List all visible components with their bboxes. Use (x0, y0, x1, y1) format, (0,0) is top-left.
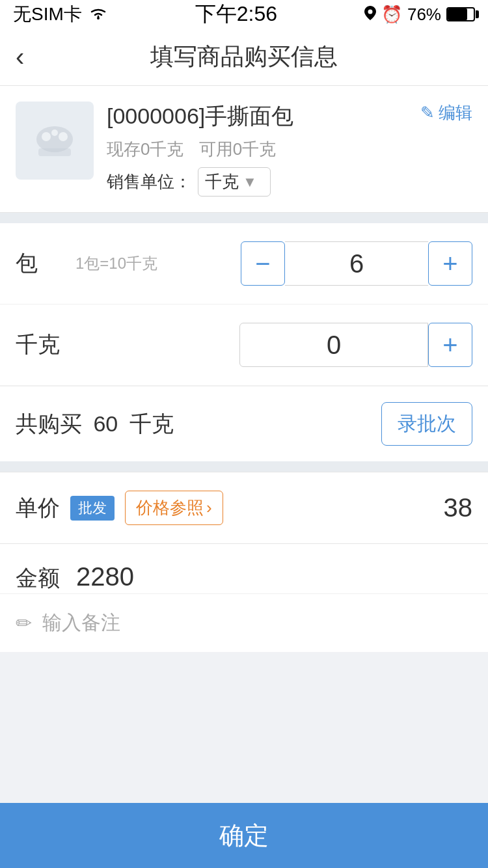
product-stock: 现存0千克 可用0千克 (107, 138, 472, 161)
amount-value: 2280 (76, 562, 134, 591)
bao-label: 包 (16, 249, 68, 278)
back-button[interactable]: ‹ (16, 42, 24, 72)
nav-bar: ‹ 填写商品购买信息 (0, 29, 488, 86)
unit-selector[interactable]: 千克 ▼ (198, 167, 271, 197)
chevron-right-icon: › (206, 498, 212, 518)
available-label: 可用0千克 (199, 139, 276, 159)
bao-input-section: 包 1包=10千克 − + 千克 + 共购买 60 千克 录批次 (0, 223, 488, 461)
svg-point-5 (51, 129, 58, 136)
svg-rect-6 (38, 148, 71, 156)
svg-point-4 (59, 132, 68, 141)
svg-point-1 (368, 9, 372, 14)
nav-title: 填写商品购买信息 (150, 41, 338, 73)
bao-controls: − + (241, 241, 472, 286)
status-right: ⏰ 76% (364, 5, 475, 25)
amount-label: 金额 (16, 565, 60, 590)
price-label: 单价 (16, 493, 60, 523)
price-section: 单价 批发 价格参照 › 38 (0, 472, 488, 543)
kg-label: 千克 (16, 330, 68, 360)
confirm-button[interactable]: 确定 (0, 803, 488, 868)
battery-icon (446, 7, 475, 21)
battery-percent: 76% (407, 5, 441, 25)
wifi-icon (88, 4, 108, 25)
pencil-icon: ✏ (16, 612, 32, 634)
time-display: 下午2:56 (195, 0, 277, 29)
svg-point-0 (97, 17, 100, 20)
bao-minus-button[interactable]: − (241, 241, 285, 286)
edit-icon: ✎ (420, 103, 435, 123)
total-amount: 60 (93, 411, 118, 436)
notes-row[interactable]: ✏ 输入备注 (0, 593, 488, 652)
bao-hint: 1包=10千克 (75, 253, 241, 274)
price-type-badge: 批发 (70, 496, 115, 521)
total-row: 共购买 60 千克 录批次 (0, 386, 488, 461)
kg-controls: + (239, 323, 472, 367)
product-unit-row: 销售单位： 千克 ▼ (107, 167, 472, 197)
amount-section: 金额 2280 (0, 543, 488, 593)
section-divider-1 (0, 213, 488, 223)
carrier-text: 无SIM卡 (13, 2, 82, 27)
price-ref-button[interactable]: 价格参照 › (125, 491, 223, 525)
bao-input[interactable] (285, 241, 428, 286)
kg-plus-button[interactable]: + (428, 323, 472, 367)
location-icon (364, 5, 376, 25)
edit-button[interactable]: ✎ 编辑 (420, 102, 472, 124)
alarm-icon: ⏰ (381, 5, 402, 25)
batch-button[interactable]: 录批次 (381, 402, 472, 446)
notes-placeholder: 输入备注 (42, 610, 120, 636)
section-divider-2 (0, 461, 488, 472)
bao-row: 包 1包=10千克 − + (0, 223, 488, 305)
product-card: [0000006]手撕面包 现存0千克 可用0千克 销售单位： 千克 ▼ ✎ 编… (0, 86, 488, 213)
product-name: [0000006]手撕面包 (107, 102, 472, 131)
stock-label: 现存0千克 (107, 139, 183, 159)
unit-label: 销售单位： (107, 170, 191, 193)
price-value: 38 (444, 493, 473, 522)
kg-input[interactable] (239, 323, 428, 367)
chevron-down-icon: ▼ (243, 174, 257, 191)
product-thumbnail (16, 102, 94, 180)
status-left: 无SIM卡 (13, 2, 108, 27)
bao-plus-button[interactable]: + (428, 241, 472, 286)
status-bar: 无SIM卡 下午2:56 ⏰ 76% (0, 0, 488, 29)
total-text: 共购买 60 千克 (16, 409, 174, 439)
product-info: [0000006]手撕面包 现存0千克 可用0千克 销售单位： 千克 ▼ (107, 102, 472, 197)
kg-row: 千克 + (0, 305, 488, 386)
svg-point-3 (42, 132, 51, 141)
